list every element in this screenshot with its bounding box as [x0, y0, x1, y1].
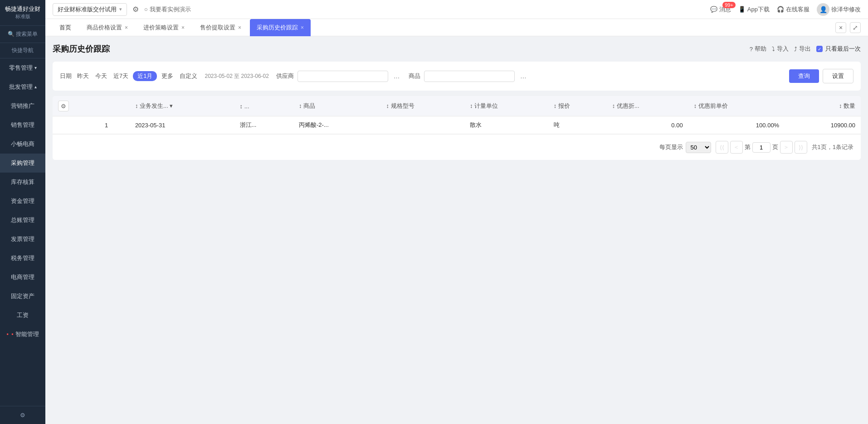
import-icon: ⤵ — [772, 46, 775, 53]
main-area: 好业财标准版交付试用 ▾ ⚙ ○ 我要看实例演示 💬 消息 99+ 📱 App下… — [45, 0, 868, 424]
product-dots[interactable]: ... — [518, 72, 528, 80]
table-settings-button[interactable]: ⚙ — [58, 101, 69, 111]
tab-home[interactable]: 首页 — [53, 19, 78, 36]
row-settings-cell — [53, 116, 99, 134]
row-supplier-cell: 浙江... — [234, 116, 293, 134]
page-header: 采购历史价跟踪 ? 帮助 ⤵ 导入 ⤴ 导出 ✓ 只看最后一次 — [53, 43, 861, 54]
col-date[interactable]: ↕ 业务发生... ▾ — [130, 96, 234, 116]
page-actions: ? 帮助 ⤵ 导入 ⤴ 导出 ✓ 只看最后一次 — [750, 45, 861, 53]
tabbar-actions: × ⤢ — [835, 22, 861, 33]
tab-expand-button[interactable]: ⤢ — [850, 22, 861, 33]
filter-buttons: 查询 设置 — [789, 69, 853, 83]
settings-button[interactable]: 设置 — [823, 69, 853, 83]
row-unit-cell: 散水 — [464, 116, 548, 134]
app-download-button[interactable]: 📱 App下载 — [738, 5, 770, 14]
supplier-input[interactable] — [297, 71, 388, 82]
row-pre-discount-cell: 10900.00 — [785, 116, 861, 134]
sidebar-item-ecommerce-small[interactable]: 小畅电商 — [0, 135, 45, 154]
version-dropdown-icon: ▾ — [119, 6, 122, 12]
row-quoted-price-cell: 0.00 — [607, 116, 688, 134]
page-prev-button[interactable]: ＜ — [730, 141, 743, 154]
page-title: 采购历史价跟踪 — [53, 43, 110, 54]
col-seq — [99, 96, 130, 116]
sidebar-quick-nav[interactable]: 快捷导航 — [0, 43, 45, 58]
tab-purchase-history[interactable]: 采购历史价跟踪 × — [250, 19, 311, 36]
sidebar-item-tax[interactable]: 税务管理 — [0, 249, 45, 268]
online-service-button[interactable]: 🎧 在线客服 — [777, 5, 809, 14]
page-number-input[interactable] — [752, 142, 770, 153]
date-opt-custom[interactable]: 自定义 — [178, 71, 199, 81]
date-range-text: 2023-05-02 至 2023-06-02 — [205, 72, 268, 80]
sidebar-item-ledger[interactable]: 总账管理 — [0, 211, 45, 230]
sidebar-item-payroll[interactable]: 工资 — [0, 306, 45, 325]
version-selector[interactable]: 好业财标准版交付试用 ▾ — [53, 3, 127, 16]
page-last-button[interactable]: ⟩⟩ — [795, 141, 807, 154]
date-opt-yesterday[interactable]: 昨天 — [75, 71, 91, 81]
tab-purchase-history-close-icon[interactable]: × — [301, 24, 304, 31]
import-link[interactable]: ⤵ 导入 — [772, 45, 789, 53]
topbar-settings-icon[interactable]: ⚙ — [132, 5, 139, 14]
sidebar-item-wholesale[interactable]: 批发管理 ▴ — [0, 77, 45, 96]
date-opt-last1m[interactable]: 近1月 — [133, 71, 157, 81]
sidebar-item-invoice[interactable]: 发票管理 — [0, 230, 45, 249]
tab-sale-price[interactable]: 售价提取设置 × — [193, 19, 248, 36]
supplier-label: 供应商 — [276, 72, 294, 80]
message-badge: 99+ — [722, 2, 736, 8]
sidebar-search[interactable]: 🔍 搜索菜单 — [0, 26, 45, 43]
col-pre-discount[interactable]: ↕ 优惠前单价 — [688, 96, 785, 116]
col-settings: ⚙ — [53, 96, 99, 116]
dot-icon: ● — [11, 332, 14, 336]
col-spec[interactable]: ↕ 规格型号 — [380, 96, 464, 116]
page-first-button[interactable]: ⟨⟨ — [716, 141, 728, 154]
help-link[interactable]: ? 帮助 — [750, 45, 766, 53]
table-header: ⚙ ↕ 业务发生... ▾ ↕ ... ↕ — [53, 96, 861, 116]
col-product[interactable]: ↕ 商品 — [293, 96, 380, 116]
demo-icon: ○ — [144, 6, 148, 13]
sidebar-settings[interactable]: ⚙ — [0, 406, 45, 424]
date-opt-more[interactable]: 更多 — [160, 71, 175, 81]
demo-link[interactable]: ○ 我要看实例演示 — [144, 5, 191, 14]
query-button[interactable]: 查询 — [789, 69, 819, 83]
wholesale-arrow-icon: ▴ — [34, 84, 37, 89]
sidebar-item-finance[interactable]: 资金管理 — [0, 192, 45, 211]
topbar-left: 好业财标准版交付试用 ▾ ⚙ ○ 我要看实例演示 — [53, 3, 191, 16]
avatar: 👤 — [817, 3, 829, 16]
col-unit[interactable]: ↕ 计量单位 — [464, 96, 548, 116]
supplier-dots[interactable]: ... — [392, 72, 401, 80]
sidebar-item-inventory[interactable]: 库存核算 — [0, 173, 45, 192]
tab-price-close-icon[interactable]: × — [125, 24, 128, 31]
page-unit: 页 — [772, 143, 778, 151]
row-spec-cell — [380, 116, 464, 134]
tab-purchase-strategy[interactable]: 进价策略设置 × — [137, 19, 191, 36]
col-dots[interactable]: ↕ ... — [234, 96, 293, 116]
sidebar-item-sales[interactable]: 销售管理 — [0, 116, 45, 135]
page-size-selector: 每页显示 50 20 100 200 — [659, 142, 711, 153]
pagination: 每页显示 50 20 100 200 ⟨⟨ ＜ 第 页 ＞ ⟩⟩ — [53, 134, 861, 160]
date-opt-last7[interactable]: 近7天 — [112, 71, 130, 81]
sidebar-item-retail[interactable]: 零售管理 ▾ — [0, 58, 45, 77]
filter-supplier: 供应商 ... — [276, 71, 401, 82]
sidebar-item-smart[interactable]: ● 智能管理 — [0, 325, 45, 344]
filter-row: 日期 昨天 今天 近7天 近1月 更多 自定义 2023-05-02 至 202… — [60, 69, 853, 83]
col-discount[interactable]: ↕ 优惠折... — [607, 96, 688, 116]
export-link[interactable]: ⤴ 导出 — [794, 45, 811, 53]
page-size-select[interactable]: 50 20 100 200 — [686, 142, 711, 153]
page-total: 共1页，1条记录 — [812, 143, 853, 151]
message-button[interactable]: 💬 消息 99+ — [710, 5, 731, 14]
user-info[interactable]: 👤 徐泽华修改 — [817, 3, 861, 16]
tab-close-button[interactable]: × — [835, 22, 846, 33]
date-opt-today[interactable]: 今天 — [93, 71, 109, 81]
sidebar-item-marketing[interactable]: 营销推广 — [0, 96, 45, 116]
tab-price[interactable]: 商品价格设置 × — [80, 19, 135, 36]
col-price[interactable]: ↕ 报价 — [548, 96, 607, 116]
only-last-checkbox[interactable]: ✓ 只看最后一次 — [816, 45, 861, 53]
tab-purchase-strategy-close-icon[interactable]: × — [181, 24, 185, 31]
col-quantity[interactable]: ↕ 数量 — [785, 96, 861, 116]
page-next-button[interactable]: ＞ — [780, 141, 793, 154]
data-table: ⚙ ↕ 业务发生... ▾ ↕ ... ↕ — [53, 96, 861, 134]
tab-sale-price-close-icon[interactable]: × — [238, 24, 241, 31]
sidebar-item-ecommerce[interactable]: 电商管理 — [0, 268, 45, 287]
sidebar-item-purchase[interactable]: 采购管理 — [0, 154, 45, 173]
product-input[interactable] — [424, 71, 515, 82]
sidebar-item-assets[interactable]: 固定资产 — [0, 287, 45, 306]
